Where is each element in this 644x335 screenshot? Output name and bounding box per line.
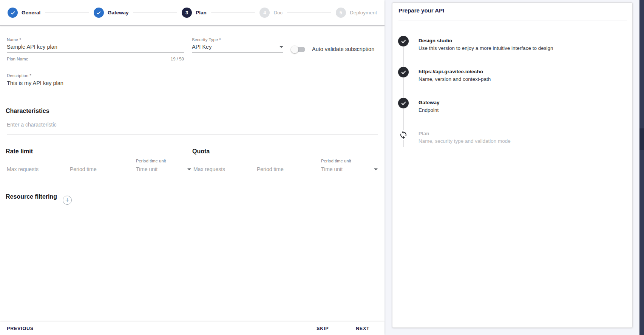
step-connector (133, 12, 177, 13)
check-icon (94, 8, 104, 18)
rate-limit-period-time-input[interactable] (70, 166, 128, 175)
characteristics-heading: Characteristics (6, 108, 49, 114)
name-hint-row: Plan Name 19 / 50 (7, 57, 184, 61)
name-hint: Plan Name (7, 57, 28, 61)
step-number: 5 (336, 8, 346, 18)
checklist-item-description: Name, version and context-path (419, 76, 491, 82)
rate-limit-max-requests-input[interactable] (7, 166, 62, 175)
checklist-item-description: Name, security type and validation mode (419, 138, 511, 144)
plus-icon: + (65, 196, 69, 204)
time-unit-placeholder: Time unit (321, 166, 343, 172)
step-general[interactable]: General (8, 8, 40, 18)
name-char-counter: 19 / 50 (171, 57, 184, 61)
chevron-down-icon (187, 168, 191, 170)
step-connector (287, 12, 331, 13)
prepare-api-panel: Prepare your API Design studio Use this … (392, 2, 633, 328)
step-connector (45, 12, 89, 13)
checklist-item-title: Gateway (419, 100, 440, 105)
characteristic-input[interactable] (7, 122, 378, 134)
resource-filtering-heading: Resource filtering (6, 193, 57, 200)
step-label: Doc (273, 10, 283, 15)
toggle-knob (291, 46, 298, 53)
quota-time-unit-select[interactable]: Time unit (321, 166, 378, 175)
security-type-select[interactable]: API Key (192, 44, 283, 53)
skip-button[interactable]: SKIP (317, 322, 329, 335)
auto-validate-label: Auto validate subscription (312, 46, 374, 52)
right-sidebar-rail (639, 0, 644, 335)
next-button[interactable]: NEXT (356, 322, 370, 335)
previous-button[interactable]: PREVIOUS (7, 322, 34, 335)
checklist-item-title: https://api.gravitee.io/echo (419, 69, 483, 74)
checklist-item-title: Design studio (419, 38, 452, 43)
step-deployment[interactable]: 5 Deployment (336, 8, 377, 18)
step-connector (211, 12, 255, 13)
name-field-label: Name * (7, 37, 21, 42)
panel-divider (398, 20, 627, 20)
checklist-item-description: Use this version to enjoy a more intuiti… (419, 45, 553, 51)
quota-period-time-input[interactable] (257, 166, 313, 175)
check-icon (398, 98, 409, 108)
rate-limit-heading: Rate limit (6, 148, 33, 155)
description-label: Description * (7, 73, 31, 78)
step-label: General (22, 10, 40, 15)
scrollbar-thumb[interactable] (639, 128, 644, 150)
security-type-value: API Key (192, 44, 212, 50)
check-icon (398, 67, 409, 77)
rate-limit-period-unit-label: Period time unit (136, 159, 166, 163)
chevron-down-icon (374, 168, 378, 170)
check-icon (8, 8, 18, 18)
step-plan[interactable]: 3 Plan (182, 8, 207, 18)
plan-form-panel: General Gateway 3 Plan 4 Doc 5 Deploymen… (0, 0, 385, 335)
quota-period-unit-label: Period time unit (321, 159, 351, 163)
wizard-footer: PREVIOUS SKIP NEXT (0, 322, 385, 335)
step-gateway[interactable]: Gateway (94, 8, 129, 18)
rate-limit-time-unit-select[interactable]: Time unit (136, 166, 191, 175)
time-unit-placeholder: Time unit (136, 166, 158, 172)
security-type-label: Security Type * (192, 37, 221, 42)
step-label: Plan (196, 10, 207, 15)
add-resource-filter-button[interactable]: + (63, 196, 72, 205)
check-icon (398, 36, 409, 46)
auto-validate-toggle[interactable] (292, 46, 305, 53)
description-input[interactable] (7, 80, 378, 89)
name-input[interactable] (7, 44, 184, 53)
quota-max-requests-input[interactable] (193, 166, 249, 175)
step-doc[interactable]: 4 Doc (259, 8, 283, 18)
step-label: Deployment (350, 10, 377, 15)
checklist-item-description: Endpoint (419, 107, 439, 113)
chevron-down-icon (280, 46, 283, 48)
panel-title: Prepare your API (398, 7, 444, 14)
checklist-item-title: Plan (419, 131, 429, 136)
quota-heading: Quota (192, 148, 210, 155)
step-label: Gateway (108, 10, 129, 15)
wizard-stepper: General Gateway 3 Plan 4 Doc 5 Deploymen… (0, 0, 385, 26)
step-number: 3 (182, 8, 192, 18)
step-number: 4 (259, 8, 270, 18)
sync-icon (398, 130, 408, 140)
